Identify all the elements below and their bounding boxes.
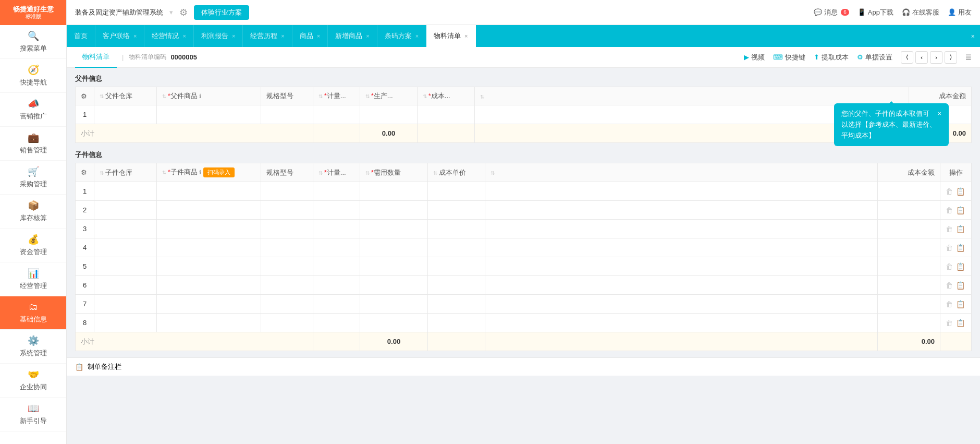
page-prev-btn[interactable]: ‹ [915,51,928,64]
sidebar-item-basic[interactable]: 🗂 基础信息 [0,296,66,330]
child-goods-cell[interactable] [157,314,261,332]
child-unit-cell[interactable] [313,276,360,295]
delete-icon[interactable]: 🗑 [946,206,953,214]
tab-history-close[interactable]: × [281,33,284,39]
tab-profit-close[interactable]: × [232,33,235,39]
child-qty-cell[interactable] [360,295,428,314]
action-extract-cost[interactable]: ⬆ 提取成本 [814,53,849,62]
child-spec-cell[interactable] [261,276,313,295]
child-warehouse-cell[interactable] [94,182,157,201]
tab-history[interactable]: 经营历程 × [243,25,292,47]
child-warehouse-cell[interactable] [94,257,157,276]
child-unit-cost-cell[interactable] [428,314,485,332]
copy-icon[interactable]: 📋 [956,281,965,290]
child-qty-cell[interactable] [360,238,428,257]
sidebar-item-system[interactable]: ⚙️ 系统管理 [0,330,66,364]
child-unit-cell[interactable] [313,182,360,201]
child-spec-cell[interactable] [261,257,313,276]
tooltip-close[interactable]: × [937,109,941,119]
child-goods-cell[interactable] [157,238,261,257]
child-qty-cell[interactable] [360,182,428,201]
child-unit-cell[interactable] [313,201,360,220]
child-goods-cell[interactable] [157,182,261,201]
child-goods-cell[interactable] [157,295,261,314]
copy-icon[interactable]: 📋 [956,319,965,327]
delete-icon[interactable]: 🗑 [946,300,953,308]
sidebar-item-inventory[interactable]: 📦 库存核算 [0,195,66,229]
sidebar-item-guide[interactable]: 📖 新手引导 [0,398,66,431]
child-qty-cell[interactable] [360,201,428,220]
child-unit-cell[interactable] [313,238,360,257]
delete-icon[interactable]: 🗑 [946,187,953,196]
copy-icon[interactable]: 📋 [956,225,965,233]
sidebar-item-sales[interactable]: 💼 销售管理 [0,127,66,161]
child-qty-cell[interactable] [360,314,428,332]
user-menu[interactable]: 👤 用友 [948,8,972,17]
child-unit-cell[interactable] [313,220,360,238]
sidebar-item-operations[interactable]: 📊 经营管理 [0,262,66,296]
tab-barcode[interactable]: 条码方案 × [377,25,426,47]
tab-barcode-close[interactable]: × [415,33,419,39]
child-warehouse-cell[interactable] [94,314,157,332]
action-menu[interactable]: ☰ [965,53,972,61]
delete-icon[interactable]: 🗑 [946,319,953,327]
parent-spec-cell[interactable] [261,105,313,124]
tab-bom[interactable]: 物料清单 × [426,25,475,47]
settings-icon[interactable]: ⚙ [81,92,87,100]
child-spec-cell[interactable] [261,182,313,201]
info-icon[interactable]: ℹ [199,169,201,175]
child-qty-cell[interactable] [360,276,428,295]
info-icon[interactable]: ℹ [199,93,201,99]
child-unit-cost-cell[interactable] [428,295,485,314]
experience-btn[interactable]: 体验行业方案 [194,5,249,20]
action-view[interactable]: ▶ 视频 [744,53,765,62]
app-download-btn[interactable]: 📱 App下载 [858,8,893,17]
tab-customer[interactable]: 客户联络 × [95,25,144,47]
child-warehouse-cell[interactable] [94,201,157,220]
tab-customer-close[interactable]: × [133,33,137,39]
action-shortcut[interactable]: ⌨ 快捷键 [773,53,805,62]
sidebar-item-marketing[interactable]: 📣 营销推广 [0,93,66,127]
child-qty-cell[interactable] [360,220,428,238]
sidebar-item-enterprise[interactable]: 🤝 企业协同 [0,364,66,398]
copy-icon[interactable]: 📋 [956,262,965,271]
copy-icon[interactable]: 📋 [956,187,965,196]
parent-cost-cell[interactable] [418,105,475,124]
child-unit-cost-cell[interactable] [428,257,485,276]
child-unit-cell[interactable] [313,257,360,276]
child-goods-cell[interactable] [157,201,261,220]
child-warehouse-cell[interactable] [94,276,157,295]
tab-newgoods-close[interactable]: × [366,33,369,39]
parent-goods-cell[interactable] [157,105,261,124]
delete-icon[interactable]: 🗑 [946,225,953,233]
sidebar-item-quicknav[interactable]: 🧭 快捷导航 [0,59,66,93]
child-spec-cell[interactable] [261,220,313,238]
copy-icon[interactable]: 📋 [956,206,965,214]
delete-icon[interactable]: 🗑 [946,244,953,252]
nav-close-all[interactable]: × [965,25,980,47]
tab-newgoods[interactable]: 新增商品 × [328,25,377,47]
action-single-settings[interactable]: ⚙ 单据设置 [857,53,892,62]
child-unit-cell[interactable] [313,314,360,332]
child-goods-cell[interactable] [157,220,261,238]
tab-bom-close[interactable]: × [464,33,468,39]
tab-goods[interactable]: 商品 × [292,25,328,47]
child-warehouse-cell[interactable] [94,295,157,314]
child-warehouse-cell[interactable] [94,238,157,257]
page-last-btn[interactable]: ⟩ [945,51,957,64]
copy-icon[interactable]: 📋 [956,244,965,252]
child-spec-cell[interactable] [261,238,313,257]
scan-btn[interactable]: 扫码录入 [203,167,235,177]
child-unit-cost-cell[interactable] [428,238,485,257]
settings-icon[interactable]: ⚙ [81,169,87,176]
child-unit-cost-cell[interactable] [428,182,485,201]
tab-goods-close[interactable]: × [317,33,320,39]
delete-icon[interactable]: 🗑 [946,262,953,271]
page-first-btn[interactable]: ⟨ [901,51,913,64]
child-qty-cell[interactable] [360,257,428,276]
child-warehouse-cell[interactable] [94,220,157,238]
sidebar-item-search[interactable]: 🔍 搜索菜单 [0,25,66,59]
child-unit-cost-cell[interactable] [428,201,485,220]
tab-home[interactable]: 首页 [67,25,95,47]
delete-icon[interactable]: 🗑 [946,281,953,290]
